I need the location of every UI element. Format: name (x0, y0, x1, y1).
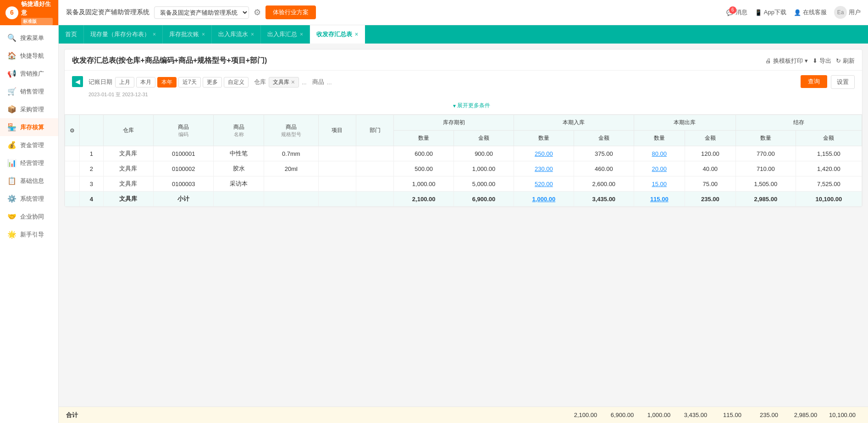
sidebar-item-label: 营销推广 (20, 70, 44, 78)
subtotal-label-cell: 小计 (154, 192, 214, 207)
tab-flow[interactable]: 出入库流水 × (212, 25, 261, 44)
warehouse-tag[interactable]: 文具库 × (269, 77, 299, 88)
sidebar-item-system[interactable]: ⚙️ 系统管理 (0, 190, 58, 208)
sidebar: 6 畅捷通好生意 标准版 🔍 搜索菜单 🏠 快捷导航 📢 营销推广 🛒 销售管理… (0, 0, 59, 423)
system-select[interactable]: 装备及固定资产辅助管理系统 (154, 6, 249, 19)
topbar: 装备及固定资产辅助管理系统 装备及固定资产辅助管理系统 ⚙ 体验行业方案 💬 6… (59, 0, 868, 25)
tab-summary-close[interactable]: × (300, 31, 303, 38)
sidebar-item-base-info[interactable]: 📋 基础信息 (0, 172, 58, 190)
home-icon: 🏠 (7, 51, 17, 60)
goods-more[interactable]: ... (327, 79, 332, 86)
sidebar-item-enterprise[interactable]: 🤝 企业协同 (0, 208, 58, 225)
sidebar-item-label: 系统管理 (20, 195, 44, 203)
out-amt-cell: 120.00 (685, 146, 735, 161)
sidebar-item-label: 新手引导 (20, 231, 44, 239)
in-qty-link[interactable]: 230.00 (514, 161, 574, 176)
sidebar-item-finance[interactable]: 💰 资金管理 (0, 136, 58, 154)
date-range-text: 2023-01-01 至 2023-12-31 (88, 92, 148, 97)
tab-home[interactable]: 首页 (59, 25, 84, 44)
sidebar-item-label: 库存核算 (20, 123, 44, 132)
tab-recv-send-close[interactable]: × (355, 31, 358, 38)
goods-code-cell: 0100003 (154, 176, 214, 192)
th-row-num (80, 115, 104, 146)
tab-recv-send[interactable]: 收发存汇总表 × (310, 25, 365, 44)
tab-summary[interactable]: 出入库汇总 × (261, 25, 310, 44)
tab-flow-close[interactable]: × (251, 31, 254, 38)
tab-stock-dist-close[interactable]: × (153, 31, 156, 38)
in-qty-link[interactable]: 520.00 (514, 176, 574, 192)
query-btn[interactable]: 查询 (801, 75, 827, 88)
sidebar-item-purchase[interactable]: 📦 采购管理 (0, 100, 58, 118)
th-out-amt: 金额 (685, 131, 735, 146)
out-qty-link[interactable]: 80.00 (634, 146, 685, 161)
sidebar-item-search[interactable]: 🔍 搜索菜单 (0, 29, 58, 47)
th-in-amt: 金额 (574, 131, 634, 146)
warehouse-cell: 文具库 (103, 161, 154, 176)
subtotal-in-qty[interactable]: 1,000.00 (514, 192, 574, 207)
business-icon: 📊 (7, 159, 17, 167)
filter-settings-btn[interactable]: 设置 (831, 75, 855, 89)
sidebar-item-label: 采购管理 (20, 105, 44, 114)
date-btn-last-month[interactable]: 上月 (115, 77, 134, 88)
department-cell (356, 176, 393, 192)
sidebar-item-marketing[interactable]: 📢 营销推广 (0, 65, 58, 82)
subtotal-empty3 (318, 192, 356, 207)
out-qty-link[interactable]: 15.00 (634, 176, 685, 192)
user-item[interactable]: Ea 用户 (834, 6, 861, 19)
th-department: 部门 (356, 115, 393, 146)
footer-total-row: 合计 2,100.00 6,900.00 1,000.00 3,435.00 1… (59, 407, 868, 423)
th-opening-amt: 金额 (454, 131, 514, 146)
th-goods-code: 商品编码 (154, 115, 214, 146)
tab-batch[interactable]: 库存批次账 × (163, 25, 212, 44)
date-label: 记账日期 (88, 78, 112, 86)
tab-batch-close[interactable]: × (202, 31, 205, 38)
sidebar-item-inventory[interactable]: 🏪 库存核算 (0, 118, 58, 136)
trial-btn[interactable]: 体验行业方案 (265, 5, 316, 19)
message-label: 消息 (735, 8, 747, 16)
date-btn-this-month[interactable]: 本月 (136, 77, 155, 88)
footer-label: 合计 (66, 411, 78, 419)
date-btn-more[interactable]: 更多 (203, 77, 222, 88)
subtotal-out-qty[interactable]: 115.00 (634, 192, 685, 207)
sidebar-item-quick-nav[interactable]: 🏠 快捷导航 (0, 47, 58, 65)
opening-amt-cell: 5,000.00 (454, 176, 514, 192)
warehouse-label: 仓库 (254, 78, 266, 86)
sidebar-item-label: 基础信息 (20, 177, 44, 185)
sidebar-item-label: 经营管理 (20, 159, 44, 167)
table-row: 2 文具库 0100002 胶水 20ml 500.00 1,000.00 23… (65, 161, 862, 176)
sidebar-item-label: 企业协同 (20, 213, 44, 221)
goods-filter-group: 商品 ... (312, 78, 332, 86)
inventory-icon: 🏪 (7, 123, 17, 132)
filter-toggle-btn[interactable]: ◀ (72, 76, 83, 87)
footer-opening-amt: 6,900.00 (604, 412, 641, 418)
date-btn-custom[interactable]: 自定义 (224, 77, 249, 88)
expand-conditions-btn[interactable]: ▾ 展开更多条件 (453, 102, 490, 110)
print-btn[interactable]: 🖨 换模板打印 ▾ (765, 57, 808, 65)
refresh-btn[interactable]: ↻ 刷新 (836, 57, 855, 65)
tab-stock-dist[interactable]: 现存量（库存分布表） × (84, 25, 163, 44)
row-num-cell: 1 (80, 146, 104, 161)
out-qty-link[interactable]: 20.00 (634, 161, 685, 176)
date-btn-this-year[interactable]: 本年 (157, 77, 177, 88)
date-btn-7days[interactable]: 近7天 (178, 77, 201, 88)
warehouse-more[interactable]: ... (302, 79, 307, 86)
footer-opening-qty: 2,100.00 (567, 412, 604, 418)
date-range-row: 2023-01-01 至 2023-12-31 (88, 91, 855, 98)
message-badge: 6 (729, 6, 736, 14)
export-btn[interactable]: ⬇ 导出 (813, 57, 831, 65)
online-service-item[interactable]: 👤 在线客服 (794, 8, 827, 16)
sidebar-item-newbie[interactable]: 🌟 新手引导 (0, 225, 58, 243)
in-qty-link[interactable]: 250.00 (514, 146, 574, 161)
subtotal-num-cell: 4 (80, 192, 104, 207)
department-cell (356, 146, 393, 161)
sidebar-item-sales[interactable]: 🛒 销售管理 (0, 82, 58, 100)
subtotal-balance-qty: 2,985.00 (735, 192, 796, 207)
app-download-item[interactable]: 📱 App下载 (755, 8, 786, 16)
th-settings[interactable]: ⚙ (65, 115, 80, 146)
warehouse-tag-close[interactable]: × (291, 78, 295, 86)
settings-icon[interactable]: ⚙ (254, 7, 261, 17)
sidebar-item-business[interactable]: 📊 经营管理 (0, 154, 58, 172)
row-settings-cell (65, 192, 80, 207)
tab-home-label: 首页 (65, 30, 77, 38)
message-item[interactable]: 💬 6 消息 (726, 8, 747, 16)
